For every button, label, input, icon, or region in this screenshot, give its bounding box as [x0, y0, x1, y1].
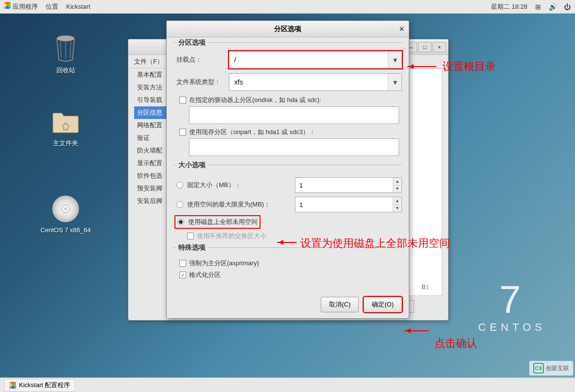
- max-size-radio[interactable]: [176, 201, 183, 208]
- clock-text: 星期二 18:28: [491, 2, 527, 11]
- sidebar-item[interactable]: 安装方法: [134, 81, 169, 94]
- fs-type-label: 文件系统类型：: [176, 78, 225, 86]
- dialog-close-button[interactable]: ×: [400, 25, 404, 34]
- special-fieldset: 特殊选项 强制为主分区(asprimary) 格式化分区: [174, 247, 402, 283]
- annotation-root-dir: 设置根目录: [442, 59, 496, 74]
- file-menu[interactable]: 文件（F）: [134, 57, 163, 66]
- mount-point-label: 挂载点：: [176, 55, 225, 64]
- brand-seven: 7: [478, 280, 546, 319]
- sidebar-item[interactable]: 显示配置: [134, 157, 169, 170]
- chevron-down-icon[interactable]: ▾: [388, 51, 401, 68]
- cancel-button[interactable]: 取消(C): [321, 297, 359, 312]
- swap-checkbox: [187, 233, 194, 239]
- taskbar-item-kickstart[interactable]: Kickstart 配置程序: [4, 379, 75, 392]
- arrow-annotation-icon: [277, 242, 296, 243]
- size-fieldset: 大小选项 固定大小（MB）： ▲▼ 使用空间的最大限度为(MB)： ▲▼: [174, 165, 402, 244]
- dialog-titlebar: 分区选项 ×: [167, 21, 409, 37]
- iso-label: CentOS 7 x86_64: [40, 226, 90, 234]
- sidebar-item[interactable]: 软件包选: [134, 170, 169, 182]
- home-label: 主文件夹: [53, 139, 78, 148]
- fixed-size-label: 固定大小（MB）：: [187, 181, 241, 189]
- annotation-confirm: 点击确认: [435, 336, 477, 351]
- menu-applications[interactable]: 应用程序: [4, 2, 38, 11]
- desktop-icon-home[interactable]: 主文件夹: [44, 107, 87, 148]
- onpart-checkbox[interactable]: [179, 129, 186, 136]
- mount-point-input[interactable]: [229, 51, 388, 68]
- bg-sidebar: 基本配置安装方法引导装载分区信息网络配置验证防火墙配显示配置软件包选预安装脚安装…: [134, 68, 169, 207]
- partition-legend: 分区选项: [176, 38, 208, 47]
- network-icon[interactable]: ⊞: [534, 3, 542, 11]
- sidebar-item[interactable]: 预安装脚: [134, 182, 169, 195]
- kickstart-task-icon: [9, 382, 16, 389]
- sidebar-item[interactable]: 基本配置: [134, 68, 169, 81]
- ondisk-input[interactable]: [189, 106, 399, 124]
- mount-point-combo[interactable]: ▾: [229, 51, 402, 68]
- svg-point-7: [64, 207, 67, 210]
- disc-icon: [51, 194, 80, 223]
- bg-close-button[interactable]: ×: [433, 42, 446, 52]
- max-size-spinner[interactable]: ▲▼: [295, 197, 402, 212]
- menu-kickstart[interactable]: Kickstart: [66, 3, 90, 10]
- fs-type-input[interactable]: [229, 74, 388, 90]
- bg-maximize-button[interactable]: □: [418, 42, 432, 52]
- arrow-annotation-icon: [407, 66, 436, 67]
- sidebar-item[interactable]: 网络配置: [134, 119, 169, 132]
- asprimary-checkbox[interactable]: [179, 260, 186, 267]
- trash-label: 回收站: [56, 66, 75, 75]
- volume-icon[interactable]: 🔊: [549, 3, 557, 11]
- format-checkbox[interactable]: [179, 272, 186, 278]
- fixed-size-radio[interactable]: [176, 182, 183, 188]
- sidebar-item[interactable]: 防火墙配: [134, 144, 169, 157]
- fixed-size-input[interactable]: [296, 178, 393, 192]
- format-label: 格式化分区: [189, 271, 221, 279]
- spin-down-icon[interactable]: ▼: [393, 186, 401, 193]
- fixed-size-spinner[interactable]: ▲▼: [295, 177, 402, 193]
- watermark-text: 创新互联: [546, 364, 569, 373]
- fs-type-combo[interactable]: ▾: [229, 73, 402, 91]
- centos-brand: 7 CENTOS: [478, 280, 546, 334]
- spin-up-icon[interactable]: ▲: [393, 197, 401, 205]
- ondisk-label: 在指定的驱动器上分区(ondisk，如 hda 或 sdc):: [189, 96, 321, 104]
- max-size-label: 使用空间的最大限度为(MB)：: [187, 200, 270, 209]
- desktop-icon-trash[interactable]: 回收站: [44, 34, 87, 75]
- ok-button[interactable]: 确定(O): [364, 297, 402, 312]
- partition-fieldset: 分区选项 挂载点： ▾ 文件系统类型：: [174, 42, 402, 162]
- folder-home-icon: [51, 107, 80, 136]
- ondisk-checkbox[interactable]: [179, 97, 186, 103]
- size-legend: 大小选项: [176, 161, 208, 170]
- watermark: CX 创新互联: [529, 361, 573, 375]
- bg-tag: B）: [421, 283, 432, 291]
- svg-line-1: [60, 41, 61, 58]
- chevron-down-icon[interactable]: ▾: [388, 74, 401, 90]
- annotation-fill-space: 设置为使用磁盘上全部未用空间: [300, 236, 450, 251]
- brand-name: CENTOS: [478, 321, 546, 334]
- bottom-taskbar: Kickstart 配置程序: [0, 377, 575, 392]
- partition-options-dialog: 分区选项 × 分区选项 挂载点： ▾ 文件系统类型：: [166, 20, 409, 319]
- svg-point-0: [57, 35, 74, 41]
- fill-all-radio[interactable]: [177, 219, 184, 225]
- sidebar-item[interactable]: 引导装载: [134, 94, 169, 106]
- sidebar-item[interactable]: 安装后脚: [134, 195, 169, 207]
- fill-all-label: 使用磁盘上全部未用空间: [188, 218, 258, 226]
- taskbar-item-label: Kickstart 配置程序: [19, 381, 70, 390]
- apps-icon: [4, 2, 11, 9]
- spin-down-icon[interactable]: ▼: [393, 205, 401, 212]
- dialog-title: 分区选项: [274, 25, 301, 34]
- watermark-icon: CX: [533, 363, 544, 374]
- menu-places[interactable]: 位置: [46, 2, 58, 11]
- trash-icon: [51, 34, 80, 63]
- top-panel: 应用程序 位置 Kickstart 星期二 18:28 ⊞ 🔊 ⏻: [0, 0, 575, 14]
- sidebar-item[interactable]: 验证: [134, 132, 169, 144]
- onpart-input[interactable]: [189, 138, 399, 156]
- sidebar-item[interactable]: 分区信息: [134, 106, 169, 119]
- max-size-input[interactable]: [296, 197, 393, 212]
- onpart-label: 使用现存分区（onpart，如 hda1 或 sdc3）：: [189, 128, 315, 136]
- asprimary-label: 强制为主分区(asprimary): [189, 259, 259, 268]
- special-legend: 特殊选项: [176, 243, 208, 252]
- svg-line-3: [70, 41, 71, 58]
- swap-label: 使用不推荐的交换区大小: [197, 232, 266, 240]
- desktop-icon-iso[interactable]: CentOS 7 x86_64: [39, 194, 92, 234]
- spin-up-icon[interactable]: ▲: [393, 178, 401, 186]
- arrow-annotation-icon: [404, 330, 429, 331]
- power-icon[interactable]: ⏻: [563, 3, 571, 11]
